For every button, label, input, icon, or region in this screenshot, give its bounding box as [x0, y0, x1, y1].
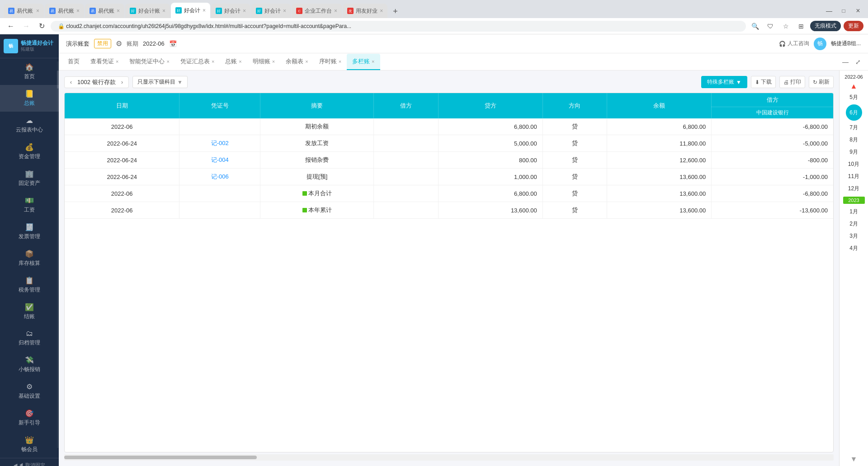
minimize-button[interactable]: — [823, 5, 835, 16]
tab-close-icon[interactable]: × [116, 59, 118, 64]
tab[interactable]: 友 用友好业 × [343, 4, 387, 18]
download-button[interactable]: ⬇ 下载 [751, 76, 776, 88]
prev-account-button[interactable]: ‹ [66, 78, 75, 87]
tab[interactable]: 好 好会计 × [251, 4, 291, 18]
tab-maximize-icon[interactable]: ⤢ [852, 56, 864, 68]
calendar-month-2[interactable]: 2月 [842, 218, 866, 230]
calendar-month-5[interactable]: 5月 [842, 91, 866, 104]
sidebar-item-guide[interactable]: 🎯 新手引导 [0, 405, 59, 431]
horizontal-scrollbar[interactable] [64, 454, 834, 461]
maximize-button[interactable]: □ [837, 5, 850, 16]
sidebar-item-member[interactable]: 👑 畅会员 [0, 431, 59, 458]
sidebar-item-funds[interactable]: 💰 资金管理 [0, 138, 59, 165]
calendar-month-12[interactable]: 12月 [842, 183, 866, 195]
calendar-month-1[interactable]: 1月 [842, 206, 866, 218]
calendar-month-8[interactable]: 8月 [842, 134, 866, 146]
tab-close-icon[interactable]: × [339, 59, 341, 64]
sidebar-item-invoice[interactable]: 🧾 发票管理 [0, 218, 59, 245]
tab-voucher-summary[interactable]: 凭证汇总表 × [175, 54, 220, 70]
settings-gear-icon[interactable]: ⚙ [116, 39, 122, 48]
tab-view-icon[interactable]: ⊞ [795, 20, 807, 33]
sidebar-item-archive[interactable]: 🗂 归档管理 [0, 325, 59, 351]
tab-voucher[interactable]: 查看凭证 × [85, 54, 124, 70]
tab-close-icon[interactable]: × [212, 59, 214, 64]
tab-close-icon[interactable]: × [272, 59, 275, 64]
tab-close-icon[interactable]: × [239, 59, 241, 64]
sidebar-item-home[interactable]: 🏠 首页 [0, 58, 59, 85]
user-avatar[interactable]: 畅 [814, 38, 826, 50]
calendar-month-10[interactable]: 10月 [842, 158, 866, 170]
calendar-month-9[interactable]: 9月 [842, 146, 866, 158]
sidebar-item-salary[interactable]: 💵 工资 [0, 192, 59, 218]
sidebar-pin-button[interactable]: ◀ ◀ 取消固定 [0, 458, 59, 466]
calendar-icon[interactable]: 📅 [169, 40, 177, 47]
sidebar-item-assets[interactable]: 🏢 固定资产 [0, 165, 59, 192]
calendar-scroll-down-button[interactable]: ▼ [849, 454, 859, 464]
tab-close-icon[interactable]: × [380, 8, 383, 14]
new-tab-button[interactable]: + [388, 7, 402, 18]
shield-icon[interactable]: 🛡 [764, 20, 777, 33]
month-total-tag [302, 191, 307, 196]
tab-general-ledger[interactable]: 总账 × [220, 54, 247, 70]
tab-close-icon[interactable]: × [243, 8, 246, 14]
url-bar[interactable]: 🔒 cloud2.chanjet.com/accounting/uh26t264… [51, 21, 746, 32]
calendar-month-11[interactable]: 11月 [842, 170, 866, 183]
stealth-button[interactable]: 无痕模式 [810, 21, 841, 31]
tab-close-icon[interactable]: × [36, 8, 39, 14]
tab[interactable]: 好 好会计账 × [125, 4, 170, 18]
calendar-scroll-up-button[interactable]: ▲ [849, 81, 859, 91]
tab-close-icon[interactable]: × [76, 8, 80, 14]
cloud-icon: ☁ [26, 116, 33, 125]
sidebar-item-reports[interactable]: ☁ 云报表中心 [0, 112, 59, 138]
search-icon[interactable]: 🔍 [749, 20, 761, 33]
calendar-month-7[interactable]: 7月 [842, 122, 866, 134]
tab-close-icon[interactable]: × [283, 8, 286, 14]
calendar-month-6-active[interactable]: 6月 [846, 104, 862, 121]
filter-dropdown[interactable]: 只显示下级科目 ▼ [132, 76, 188, 88]
update-button[interactable]: 更新 [844, 21, 863, 31]
print-button[interactable]: 🖨 打印 [779, 76, 805, 88]
tab-smart-voucher[interactable]: 智能凭证中心 × [124, 54, 175, 70]
member-icon: 👑 [25, 436, 34, 444]
tab-active[interactable]: 好 好会计 × [171, 3, 210, 18]
tab-close-icon[interactable]: × [305, 59, 308, 64]
tab-detail-ledger[interactable]: 明细账 × [247, 54, 280, 70]
sidebar-item-expense[interactable]: 💸 小畅报销 [0, 351, 59, 378]
sidebar-item-close[interactable]: ✅ 结账 [0, 298, 59, 325]
tab[interactable]: 好 好会计 × [211, 4, 250, 18]
headset-icon: 🎧 [779, 41, 786, 47]
tab[interactable]: C 企业工作台 × [292, 4, 342, 18]
tab-minimize-icon[interactable]: — [839, 56, 852, 68]
feature-button[interactable]: 特殊多栏账 ▼ [701, 76, 747, 88]
tab-multicolumn[interactable]: 多栏账 × [347, 54, 380, 70]
tab-close-icon[interactable]: × [203, 7, 206, 14]
sidebar-item-inventory[interactable]: 📦 库存核算 [0, 245, 59, 272]
tab-close-icon[interactable]: × [166, 59, 169, 64]
refresh-button[interactable]: ↻ 刷新 [809, 76, 834, 88]
tab-close-icon[interactable]: × [372, 59, 374, 64]
sidebar-item-settings[interactable]: ⚙ 基础设置 [0, 378, 59, 405]
tab-journal[interactable]: 序时账 × [314, 54, 347, 70]
sidebar-item-ledger[interactable]: 📒 总账 [0, 85, 59, 112]
sidebar-item-tax[interactable]: 📋 税务管理 [0, 272, 59, 298]
consult-button[interactable]: 🎧 人工咨询 [779, 40, 809, 47]
close-button[interactable]: × [852, 5, 864, 16]
tab[interactable]: 易 易代账 × [45, 4, 84, 18]
demo-badge[interactable]: 禁用 [94, 39, 111, 48]
refresh-icon: ↻ [813, 79, 817, 85]
sidebar-scrollbar[interactable] [57, 61, 59, 448]
back-button[interactable]: ← [5, 20, 17, 33]
calendar-month-4[interactable]: 4月 [842, 242, 866, 254]
tab-home[interactable]: 首页 [62, 54, 85, 70]
calendar-month-3[interactable]: 3月 [842, 230, 866, 242]
tab[interactable]: 易 易代账 × [85, 4, 124, 18]
tab-close-icon[interactable]: × [117, 8, 120, 14]
next-account-button[interactable]: › [118, 78, 127, 87]
tab-balance[interactable]: 余额表 × [280, 54, 313, 70]
tab[interactable]: 易 易代账 × [4, 4, 44, 18]
star-icon[interactable]: ☆ [779, 20, 792, 33]
tab-close-icon[interactable]: × [334, 8, 337, 14]
tab-close-icon[interactable]: × [162, 8, 165, 14]
reload-button[interactable]: ↻ [35, 20, 48, 33]
forward-button[interactable]: → [20, 20, 33, 33]
